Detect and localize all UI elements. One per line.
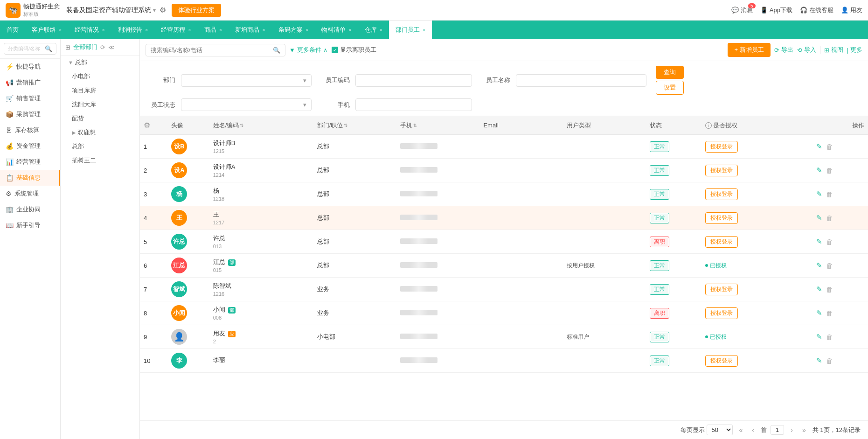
delete-icon[interactable]: 🗑 <box>826 333 833 341</box>
set-button[interactable]: 设置 <box>656 81 684 95</box>
auth-button[interactable]: 授权登录 <box>705 188 738 200</box>
nav-tab-商品[interactable]: 商品× <box>198 21 229 39</box>
emp-code-input[interactable] <box>355 74 472 87</box>
tab-close-icon[interactable]: × <box>306 27 308 33</box>
last-page-button[interactable]: » <box>799 425 809 435</box>
nav-tab-利润报告[interactable]: 利润报告× <box>111 21 154 39</box>
nav-tab-物料清单[interactable]: 物料清单× <box>315 21 358 39</box>
nav-tab-首页[interactable]: 首页 <box>0 21 25 39</box>
per-page-select[interactable]: 50 20 100 <box>707 425 733 435</box>
edit-icon[interactable]: ✎ <box>816 285 822 293</box>
th-name-code[interactable]: 姓名/编码 ⇅ <box>209 116 313 135</box>
nav-tab-经营历程[interactable]: 经营历程× <box>154 21 197 39</box>
delete-icon[interactable]: 🗑 <box>826 262 833 270</box>
dept-select[interactable]: ▾ <box>181 74 312 87</box>
more-button[interactable]: | 更多 <box>847 46 862 54</box>
message-button[interactable]: 💬 消息 5 <box>731 6 753 14</box>
dept-collapse-icon[interactable]: ≪ <box>108 44 115 51</box>
online-service-button[interactable]: 🎧 在线客服 <box>800 6 833 14</box>
auth-button[interactable]: 授权登录 <box>705 141 738 153</box>
sort-dept-icon[interactable]: 部门/职位 ⇅ <box>317 121 393 130</box>
tab-close-icon[interactable]: × <box>348 27 351 33</box>
edit-icon[interactable]: ✎ <box>816 166 822 174</box>
tab-close-icon[interactable]: × <box>145 27 148 33</box>
edit-icon[interactable]: ✎ <box>816 190 822 198</box>
edit-icon[interactable]: ✎ <box>816 309 822 317</box>
tab-close-icon[interactable]: × <box>219 27 222 33</box>
edit-icon[interactable]: ✎ <box>816 333 822 341</box>
th-dept-pos[interactable]: 部门/职位 ⇅ <box>313 116 396 135</box>
more-filter-button[interactable]: ▼ 更多条件 ∧ <box>289 46 328 54</box>
delete-icon[interactable]: 🗑 <box>826 143 833 151</box>
dept-tree-item-项目库房[interactable]: 项目库房 <box>61 84 139 98</box>
delete-icon[interactable]: 🗑 <box>826 167 833 174</box>
search-box[interactable]: 🔍 <box>146 44 285 56</box>
dept-tree-item-小电部[interactable]: 小电部 <box>61 70 139 84</box>
sort-name-icon[interactable]: 姓名/编码 ⇅ <box>213 121 310 130</box>
current-page-input[interactable]: 1 <box>771 425 784 435</box>
nav-tab-条码方案[interactable]: 条码方案× <box>272 21 315 39</box>
auth-button[interactable]: 授权登录 <box>705 307 738 319</box>
show-resigned-toggle[interactable]: ✓ 显示离职员工 <box>332 46 376 54</box>
edit-icon[interactable]: ✎ <box>816 356 822 365</box>
dept-tree-item-配货[interactable]: 配货 <box>61 111 139 125</box>
emp-status-select[interactable]: ▾ <box>181 98 312 111</box>
trial-button[interactable]: 体验行业方案 <box>172 4 221 17</box>
sidebar-item-finance[interactable]: 💰资金管理 <box>0 138 60 154</box>
sidebar-item-system[interactable]: ⚙系统管理 <box>0 186 60 202</box>
dept-tree-item-总部[interactable]: 总部 <box>61 139 139 153</box>
nav-tab-客户联络[interactable]: 客户联络× <box>25 21 68 39</box>
nav-tab-经营情况[interactable]: 经营情况× <box>68 21 111 39</box>
sidebar-item-enterprise[interactable]: 🏢企业协同 <box>0 202 60 217</box>
sidebar-item-guide[interactable]: 📖新手引导 <box>0 217 60 233</box>
emp-name-input[interactable] <box>516 74 646 87</box>
sort-phone-icon[interactable]: 手机 ⇅ <box>400 121 476 130</box>
next-page-button[interactable]: › <box>788 425 796 435</box>
edit-icon[interactable]: ✎ <box>816 237 822 246</box>
th-phone[interactable]: 手机 ⇅ <box>396 116 479 135</box>
delete-icon[interactable]: 🗑 <box>826 214 833 222</box>
nav-tab-部门员工[interactable]: 部门员工× <box>389 21 432 39</box>
user-avatar[interactable]: 👤 用友 <box>841 6 862 14</box>
edit-icon[interactable]: ✎ <box>816 261 822 270</box>
tab-close-icon[interactable]: × <box>423 27 425 33</box>
phone-input[interactable] <box>355 98 472 111</box>
edit-icon[interactable]: ✎ <box>816 214 822 222</box>
dept-tree-item-总部[interactable]: ▼ 总部 <box>61 56 139 70</box>
delete-icon[interactable]: 🗑 <box>826 309 833 317</box>
nav-tab-新增商品[interactable]: 新增商品× <box>229 21 271 39</box>
dept-tree-item-双鹿想[interactable]: ▶ 双鹿想 <box>61 125 139 139</box>
delete-icon[interactable]: 🗑 <box>826 190 833 198</box>
dept-refresh-icon[interactable]: ⟳ <box>100 44 105 51</box>
view-button[interactable]: ⊞ 视图 <box>824 46 843 54</box>
sidebar-item-basic[interactable]: 📋基础信息 <box>0 170 60 186</box>
search-input[interactable] <box>151 47 270 54</box>
auth-button[interactable]: 授权登录 <box>705 355 738 367</box>
delete-icon[interactable]: 🗑 <box>826 286 833 293</box>
settings-icon[interactable]: ⚙ <box>160 6 166 14</box>
tab-close-icon[interactable]: × <box>188 27 191 33</box>
sidebar-item-marketing[interactable]: 📢营销推广 <box>0 75 60 91</box>
auth-button[interactable]: 授权登录 <box>705 284 738 295</box>
tab-close-icon[interactable]: × <box>102 27 104 33</box>
export-button[interactable]: ⟳ 导出 <box>774 46 793 54</box>
sidebar-search-input[interactable]: 分类编码/名称 🔍 <box>4 43 56 55</box>
import-button[interactable]: ⟲ 导入 <box>797 46 816 54</box>
edit-icon[interactable]: ✎ <box>816 142 822 151</box>
app-download-button[interactable]: 📱 App下载 <box>760 6 792 14</box>
auth-button[interactable]: 授权登录 <box>705 165 738 176</box>
sidebar-item-purchase[interactable]: 📦采购管理 <box>0 106 60 122</box>
delete-icon[interactable]: 🗑 <box>826 238 833 246</box>
dropdown-arrow-icon[interactable]: ▾ <box>153 7 156 14</box>
dept-tree-item-插树王二[interactable]: 插树王二 <box>61 153 139 167</box>
add-employee-button[interactable]: + 新增员工 <box>728 43 770 57</box>
query-button[interactable]: 查询 <box>656 66 684 79</box>
tab-close-icon[interactable]: × <box>380 27 382 33</box>
sidebar-item-sales[interactable]: 🛒销售管理 <box>0 91 60 106</box>
first-page-button[interactable]: « <box>736 425 746 435</box>
auth-button[interactable]: 授权登录 <box>705 212 738 224</box>
delete-icon[interactable]: 🗑 <box>826 357 833 365</box>
prev-page-button[interactable]: ‹ <box>749 425 757 435</box>
settings-col-icon[interactable]: ⚙ <box>144 121 150 129</box>
auth-button[interactable]: 授权登录 <box>705 236 738 248</box>
